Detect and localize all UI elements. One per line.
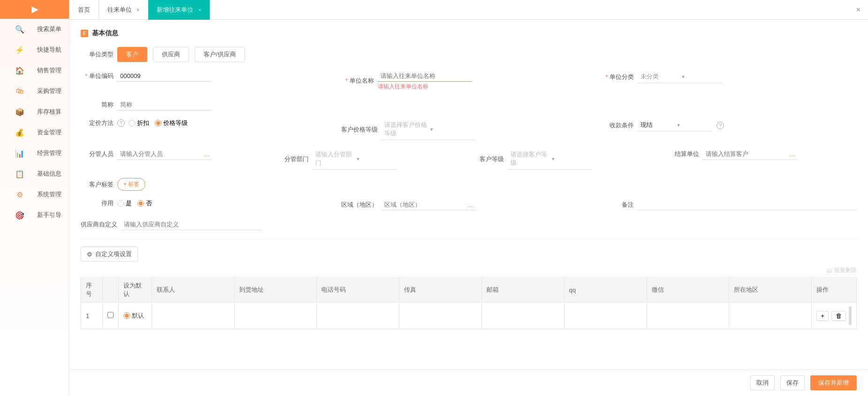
tab-partners[interactable]: 往来单位 ×	[99, 0, 148, 20]
row-default-radio-group: 默认	[123, 311, 147, 320]
row-delete-button[interactable]: 🗑	[831, 311, 846, 321]
table-actions-row: 🗂 批量删除	[81, 266, 857, 274]
tab-home[interactable]: 首页	[69, 0, 99, 20]
manager-input[interactable]	[117, 148, 202, 159]
sidebar-item-operation[interactable]: 📊 经营管理	[0, 143, 69, 163]
customer-level-label: 客户等级	[471, 155, 504, 163]
row-seq: 1	[81, 303, 103, 329]
sidebar-item-quick-nav[interactable]: ⚡ 快捷导航	[0, 39, 69, 60]
custom-settings-label: 自定义项设置	[95, 250, 132, 258]
address-input[interactable]	[239, 312, 312, 319]
payment-help-icon[interactable]: ?	[716, 122, 724, 129]
phone-input[interactable]	[321, 312, 394, 319]
unit-name-input[interactable]	[378, 70, 472, 82]
region-input[interactable]	[381, 199, 466, 210]
disabled-region-row: 停用 是 否 区域（地区） …	[81, 199, 857, 210]
disabled-group: 停用 是 否	[81, 199, 336, 208]
finance-icon: 💰	[8, 128, 32, 137]
region-group: 区域（地区） …	[341, 199, 597, 210]
basic-info-icon: 📋	[8, 169, 32, 179]
custom-settings-button[interactable]: ⚙ 自定义项设置	[81, 247, 138, 262]
disabled-no-radio	[137, 200, 144, 207]
bottom-bar: 取消 保存 保存并新增	[69, 369, 868, 396]
sidebar-item-search[interactable]: 🔍 搜索菜单	[0, 19, 69, 39]
save-button[interactable]: 保存	[780, 375, 805, 390]
price-level-label: 价格等级	[163, 119, 188, 127]
row-checkbox[interactable]	[107, 312, 114, 318]
sidebar-logo: ▶	[0, 0, 69, 19]
short-name-input[interactable]	[117, 99, 211, 110]
th-wechat: 微信	[647, 278, 729, 303]
table-header-row: 序号 设为默认 联系人 到货地址 电话号码 传真 邮箱 qq 微信 所在地区 操…	[81, 278, 857, 303]
settlement-unit-group: 结算单位 …	[666, 148, 857, 160]
sidebar-item-guide[interactable]: 🎯 新手引导	[0, 205, 69, 225]
th-address: 到货地址	[234, 278, 317, 303]
department-select[interactable]: 请输入分管部门 ▼	[312, 148, 397, 170]
disabled-label: 停用	[81, 199, 114, 208]
sidebar-item-system[interactable]: ⚙ 系统管理	[0, 184, 69, 205]
settlement-input-wrap: …	[703, 148, 798, 160]
guide-icon: 🎯	[8, 210, 32, 220]
tab-partners-label: 往来单位	[107, 6, 132, 14]
row-contact	[152, 303, 234, 329]
tab-partners-close[interactable]: ×	[137, 7, 139, 13]
payment-terms-select[interactable]: 现结 ▼	[638, 119, 713, 132]
th-action: 操作	[812, 278, 857, 303]
customer-price-level-select[interactable]: 请选择客户价格等级 ▼	[381, 119, 475, 140]
row-add-button[interactable]: +	[816, 311, 829, 321]
unit-category-select[interactable]: 未分类 ▼	[638, 70, 722, 83]
save-and-add-button[interactable]: 保存并新增	[810, 375, 857, 390]
unit-code-input[interactable]	[117, 70, 211, 82]
th-checkbox	[102, 278, 118, 303]
th-qq: qq	[564, 278, 647, 303]
row-default-radio-label[interactable]: 默认	[123, 311, 144, 320]
tab-new-partner-close[interactable]: ×	[198, 7, 201, 13]
window-close-button[interactable]: ×	[849, 6, 868, 14]
disabled-yes-radio	[117, 200, 124, 207]
disabled-no-label: 否	[146, 199, 152, 208]
row-fax	[399, 303, 482, 329]
sidebar-item-finance[interactable]: 💰 资金管理	[0, 122, 69, 143]
row-email	[481, 303, 564, 329]
pricing-discount[interactable]: 折扣	[129, 119, 149, 127]
unit-btn-both[interactable]: 客户/供应商	[195, 47, 245, 62]
tab-new-partner[interactable]: 新增往来单位 ×	[148, 0, 209, 20]
disabled-yes[interactable]: 是	[117, 199, 132, 208]
region-dots-btn[interactable]: …	[466, 201, 476, 209]
batch-delete-area[interactable]: 🗂 批量删除	[827, 266, 857, 274]
sidebar-item-basic-info[interactable]: 📋 基础信息	[0, 163, 69, 184]
pricing-help-icon[interactable]: ?	[117, 119, 125, 127]
settlement-dots-btn[interactable]: …	[787, 150, 798, 158]
sidebar-item-inventory[interactable]: 📦 库存核算	[0, 101, 69, 122]
area-input[interactable]	[734, 312, 807, 319]
supplier-custom-input[interactable]	[121, 219, 262, 230]
purchase-icon: 🛍	[8, 86, 32, 96]
unit-type-group: 单位类型 客户 供应商 客户/供应商	[81, 47, 857, 62]
disabled-no[interactable]: 否	[137, 199, 152, 208]
unit-btn-supplier[interactable]: 供应商	[153, 47, 189, 62]
customer-level-select[interactable]: 请选择客户等级 ▼	[508, 148, 592, 170]
fax-input[interactable]	[404, 312, 477, 319]
sidebar-item-purchase[interactable]: 🛍 采购管理	[0, 81, 69, 101]
sidebar-item-sales[interactable]: 🏠 销售管理	[0, 60, 69, 81]
manager-dots-btn[interactable]: …	[202, 150, 212, 158]
unit-code-label: 单位编码	[81, 72, 114, 80]
pricing-method-group: 定价方法 ? 折扣 价格等级	[81, 119, 336, 127]
unit-category-label: 单位分类	[601, 73, 634, 81]
short-name-group: 简称	[81, 99, 857, 110]
payment-terms-value: 现结	[640, 121, 674, 129]
row-scroll-handle[interactable]	[849, 306, 852, 325]
wechat-input[interactable]	[652, 312, 724, 319]
row-action: + 🗑	[812, 303, 857, 329]
qq-input[interactable]	[569, 312, 642, 319]
cancel-button[interactable]: 取消	[750, 375, 775, 390]
pricing-price-level[interactable]: 价格等级	[155, 119, 188, 127]
add-tag-button[interactable]: + 标签	[117, 178, 145, 191]
settlement-input[interactable]	[703, 148, 787, 159]
department-chevron: ▼	[356, 156, 394, 162]
remark-input[interactable]	[638, 199, 857, 210]
email-input[interactable]	[487, 312, 559, 319]
payment-terms-chevron: ▼	[676, 123, 710, 128]
unit-btn-customer[interactable]: 客户	[117, 47, 147, 62]
contact-input[interactable]	[157, 312, 229, 319]
